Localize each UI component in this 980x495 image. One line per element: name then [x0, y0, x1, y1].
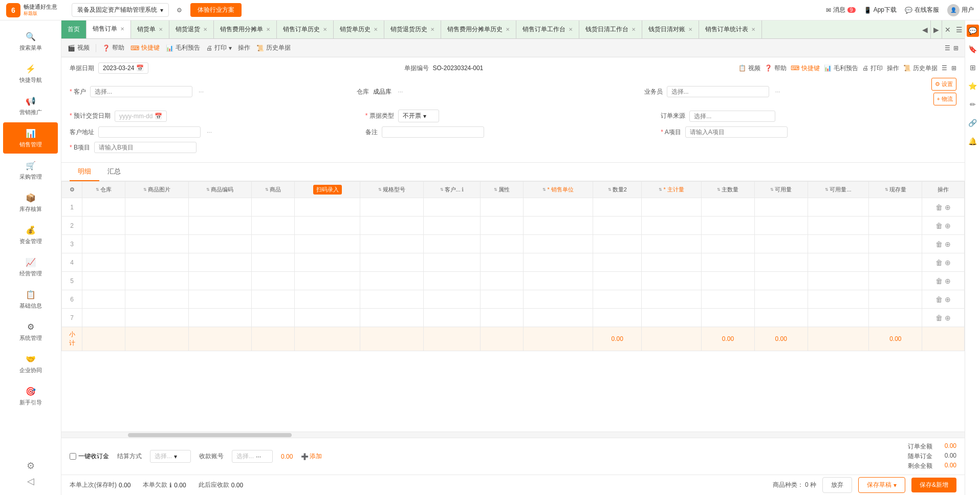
print-btn[interactable]: 🖨打印 ▾	[206, 44, 232, 52]
rp-bookmark-icon[interactable]: 🔖	[967, 43, 979, 55]
cell-2-2[interactable]	[188, 217, 251, 235]
tab-close-4[interactable]: ✕	[266, 27, 270, 32]
sidebar-item-1[interactable]: ⚡快捷导航	[3, 58, 58, 89]
cell-4-2[interactable]	[188, 253, 251, 272]
tab-close-2[interactable]: ✕	[159, 27, 163, 32]
tab-summary[interactable]: 汇总	[99, 163, 129, 181]
account-select[interactable]: 选择... ···	[232, 450, 273, 463]
th-spec[interactable]: ⇅规格型号	[360, 182, 423, 198]
profit-icon-btn[interactable]: 📊 毛利预告	[824, 64, 858, 73]
cell-7-0[interactable]	[82, 309, 125, 327]
cell-4-11[interactable]	[702, 253, 755, 272]
cell-1-13[interactable]	[808, 198, 869, 217]
system-selector[interactable]: 装备及固定资产辅助管理系统 ▾	[72, 3, 169, 17]
cell-2-9[interactable]	[593, 217, 642, 235]
sidebar-item-4[interactable]: 🛒采购管理	[3, 155, 58, 186]
th-customer-code[interactable]: ⇅客户... ℹ	[423, 182, 480, 198]
th-main-unit[interactable]: ⇅* 主计量	[642, 182, 702, 198]
rp-bell-icon[interactable]: 🔔	[967, 135, 979, 147]
cell-5-9[interactable]	[593, 272, 642, 290]
sidebar-item-11[interactable]: 🎯新手引导	[3, 380, 58, 412]
cell-7-5[interactable]	[360, 309, 423, 327]
tab-5[interactable]: 销售订单历史✕	[277, 20, 334, 39]
cell-7-8[interactable]	[524, 309, 593, 327]
cell-6-2[interactable]	[188, 290, 251, 309]
messages-btn[interactable]: ✉ 消息 9	[826, 6, 856, 14]
add-item-btn[interactable]: ➕ 添加	[301, 452, 322, 461]
copy-icon[interactable]: ⊕	[945, 259, 951, 267]
cell-1-10[interactable]	[642, 198, 702, 217]
settings-float-btn[interactable]: ⚙ 设置	[931, 78, 956, 91]
tab-close-11[interactable]: ✕	[688, 27, 692, 32]
tab-close-9[interactable]: ✕	[569, 27, 573, 32]
history-btn[interactable]: 📜历史单据	[256, 44, 291, 52]
cell-2-10[interactable]	[642, 217, 702, 235]
save-draft-btn[interactable]: 保存草稿 ▾	[858, 477, 905, 493]
view-icon-btn[interactable]: 📋 视频	[738, 64, 760, 73]
cell-4-9[interactable]	[593, 253, 642, 272]
cell-5-5[interactable]	[360, 272, 423, 290]
cell-5-1[interactable]	[125, 272, 188, 290]
tab-expand-btn[interactable]: ✕	[942, 20, 953, 39]
industry-btn[interactable]: 体验行业方案	[190, 3, 242, 17]
rp-link-icon[interactable]: 🔗	[967, 117, 979, 129]
tab-close-1[interactable]: ✕	[120, 26, 124, 32]
sidebar-item-3[interactable]: 📊销售管理	[3, 122, 58, 154]
delete-icon[interactable]: 🗑	[935, 203, 943, 211]
sidebar-item-2[interactable]: 📢营销推广	[3, 90, 58, 121]
shortcut-icon-btn[interactable]: ⌨ 快捷键	[791, 64, 820, 73]
cell-5-12[interactable]	[754, 272, 808, 290]
tab-0[interactable]: 首页	[61, 20, 86, 39]
delivery-date-input[interactable]: yyyy-mm-dd 📅	[115, 111, 167, 122]
cell-5-3[interactable]	[251, 272, 294, 290]
tab-detail[interactable]: 明细	[70, 163, 99, 181]
cell-6-3[interactable]	[251, 290, 294, 309]
cell-2-3[interactable]	[251, 217, 294, 235]
cell-4-4[interactable]	[295, 253, 360, 272]
th-scan[interactable]: 扫码录入	[295, 182, 360, 198]
cell-4-12[interactable]	[754, 253, 808, 272]
cell-5-10[interactable]	[642, 272, 702, 290]
tab-1[interactable]: 销售订单✕	[86, 20, 131, 39]
th-main-qty[interactable]: ⇅主数量	[702, 182, 755, 198]
cell-3-9[interactable]	[593, 235, 642, 253]
cell-4-8[interactable]	[524, 253, 593, 272]
profit-btn[interactable]: 📊毛利预告	[166, 44, 200, 52]
rp-chat-icon[interactable]: 💬	[967, 25, 979, 37]
cell-3-4[interactable]	[295, 235, 360, 253]
cell-2-13[interactable]	[808, 217, 869, 235]
cell-6-12[interactable]	[754, 290, 808, 309]
cell-7-1[interactable]	[125, 309, 188, 327]
cell-5-13[interactable]	[808, 272, 869, 290]
cell-4-14[interactable]	[869, 253, 922, 272]
cell-3-5[interactable]	[360, 235, 423, 253]
cell-4-6[interactable]	[423, 253, 480, 272]
cell-3-0[interactable]	[82, 235, 125, 253]
sidebar-item-0[interactable]: 🔍搜索菜单	[3, 26, 58, 57]
cell-2-0[interactable]	[82, 217, 125, 235]
cell-5-11[interactable]	[702, 272, 755, 290]
sidebar-item-6[interactable]: 💰资金管理	[3, 219, 58, 250]
cell-6-9[interactable]	[593, 290, 642, 309]
delete-icon[interactable]: 🗑	[935, 240, 943, 248]
cell-2-4[interactable]	[295, 217, 360, 235]
cell-2-6[interactable]	[423, 217, 480, 235]
copy-icon[interactable]: ⊕	[945, 222, 951, 230]
cell-6-8[interactable]	[524, 290, 593, 309]
tab-close-10[interactable]: ✕	[631, 27, 636, 32]
discard-btn[interactable]: 放弃	[822, 477, 852, 493]
cell-6-10[interactable]	[642, 290, 702, 309]
tab-6[interactable]: 销货单历史✕	[334, 20, 384, 39]
cell-7-14[interactable]	[869, 309, 922, 327]
cell-6-6[interactable]	[423, 290, 480, 309]
cell-7-3[interactable]	[251, 309, 294, 327]
warehouse-expand-icon[interactable]: ···	[398, 88, 403, 95]
th-qty2[interactable]: ⇅数量2	[593, 182, 642, 198]
cell-1-2[interactable]	[188, 198, 251, 217]
remarks-input[interactable]	[382, 126, 484, 138]
tab-close-6[interactable]: ✕	[374, 27, 378, 32]
tab-9[interactable]: 销售订单工作台✕	[516, 20, 579, 39]
cell-3-12[interactable]	[754, 235, 808, 253]
cell-7-9[interactable]	[593, 309, 642, 327]
add-logistics-btn[interactable]: + 物流	[933, 93, 956, 105]
